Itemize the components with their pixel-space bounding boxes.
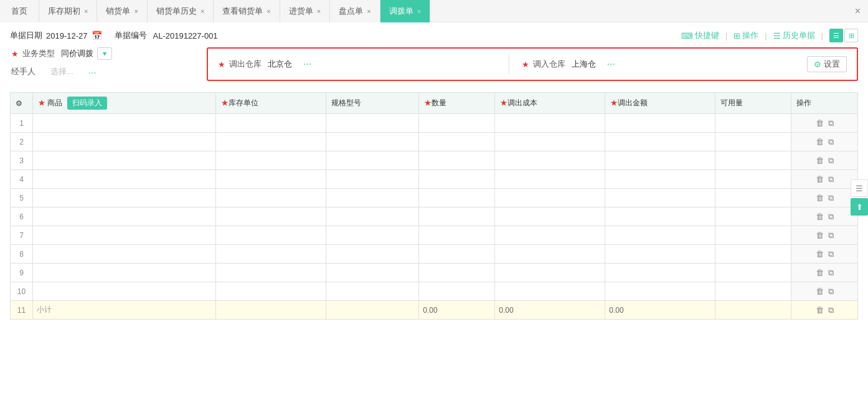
close-tab-inventory-init[interactable]: ×: [84, 7, 88, 15]
tab-sales-history[interactable]: 销货单历史 ×: [148, 0, 214, 22]
close-tab-inventory-check[interactable]: ×: [367, 7, 370, 15]
cell-spec[interactable]: [326, 170, 419, 189]
cell-spec[interactable]: [326, 189, 419, 207]
cell-unit[interactable]: [215, 207, 326, 226]
history-btn[interactable]: ☰ 历史单据: [773, 30, 815, 41]
copy-icon[interactable]: ⧉: [828, 174, 834, 184]
delete-icon[interactable]: 🗑: [816, 305, 824, 315]
cell-goods[interactable]: [33, 133, 216, 151]
cell-unit[interactable]: [215, 114, 326, 133]
cell-goods[interactable]: [33, 207, 216, 226]
tab-home[interactable]: 首页: [0, 0, 39, 22]
cell-qty[interactable]: [419, 207, 495, 226]
in-warehouse-more[interactable]: ···: [607, 59, 615, 70]
cell-amount[interactable]: [605, 282, 715, 301]
tab-transfer[interactable]: 调拨单 ×: [380, 0, 430, 22]
cell-goods[interactable]: [33, 226, 216, 245]
calendar-icon[interactable]: 📅: [92, 31, 102, 40]
cell-goods[interactable]: [33, 264, 216, 282]
cell-spec[interactable]: [326, 133, 419, 151]
view-list-btn[interactable]: ☰: [829, 29, 843, 42]
cell-cost[interactable]: [495, 170, 605, 189]
cell-spec[interactable]: [326, 264, 419, 282]
tab-inventory-check[interactable]: 盘点单 ×: [330, 0, 380, 22]
cell-cost[interactable]: [495, 151, 605, 170]
cell-cost[interactable]: [495, 282, 605, 301]
cell-qty[interactable]: [419, 151, 495, 170]
cell-qty[interactable]: [419, 114, 495, 133]
copy-icon[interactable]: ⧉: [828, 231, 834, 240]
cell-unit[interactable]: [215, 133, 326, 151]
cell-cost[interactable]: [495, 114, 605, 133]
cell-amount[interactable]: [605, 245, 715, 264]
scan-btn[interactable]: 扫码录入: [67, 97, 107, 110]
close-tab-sales-history[interactable]: ×: [200, 7, 204, 15]
cell-goods[interactable]: [33, 189, 216, 207]
tab-purchase-order[interactable]: 进货单 ×: [280, 0, 330, 22]
cell-amount[interactable]: [605, 151, 715, 170]
biz-type-dropdown[interactable]: ▾: [97, 47, 112, 60]
col-gear[interactable]: ⚙: [11, 93, 33, 114]
cell-amount[interactable]: [605, 114, 715, 133]
cell-spec[interactable]: [326, 282, 419, 301]
close-tab-sales-order[interactable]: ×: [134, 7, 138, 15]
cell-goods[interactable]: [33, 114, 216, 133]
delete-icon[interactable]: 🗑: [816, 212, 824, 221]
settings-btn[interactable]: ⚙ 设置: [807, 56, 847, 72]
shortcuts-btn[interactable]: ⌨ 快捷键: [681, 30, 719, 41]
cell-cost[interactable]: [495, 207, 605, 226]
operations-btn[interactable]: ⊞ 操作: [734, 30, 758, 41]
cell-goods[interactable]: [33, 245, 216, 264]
cell-qty[interactable]: [419, 264, 495, 282]
cell-qty[interactable]: [419, 245, 495, 264]
cell-goods[interactable]: [33, 282, 216, 301]
delete-icon[interactable]: 🗑: [816, 231, 824, 240]
cell-goods[interactable]: [33, 151, 216, 170]
close-tab-purchase-order[interactable]: ×: [317, 7, 321, 15]
cell-qty[interactable]: [419, 189, 495, 207]
delete-icon[interactable]: 🗑: [816, 156, 824, 165]
copy-icon[interactable]: ⧉: [828, 193, 834, 203]
delete-icon[interactable]: 🗑: [816, 249, 824, 259]
copy-icon[interactable]: ⧉: [828, 137, 834, 147]
copy-icon[interactable]: ⧉: [828, 118, 834, 128]
delete-icon[interactable]: 🗑: [816, 174, 824, 184]
cell-unit[interactable]: [215, 282, 326, 301]
cell-qty[interactable]: [419, 226, 495, 245]
cell-spec[interactable]: [326, 207, 419, 226]
copy-icon[interactable]: ⧉: [828, 212, 834, 222]
cell-amount[interactable]: [605, 226, 715, 245]
handler-more-icon[interactable]: ···: [88, 67, 97, 77]
cell-spec[interactable]: [326, 114, 419, 133]
delete-icon[interactable]: 🗑: [816, 193, 824, 202]
cell-cost[interactable]: [495, 189, 605, 207]
out-warehouse-more[interactable]: ···: [303, 59, 311, 70]
copy-icon[interactable]: ⧉: [828, 249, 834, 259]
cell-unit[interactable]: [215, 189, 326, 207]
cell-amount[interactable]: [605, 133, 715, 151]
cell-unit[interactable]: [215, 151, 326, 170]
float-export-btn[interactable]: ⬆: [851, 198, 868, 216]
cell-amount[interactable]: [605, 264, 715, 282]
cell-spec[interactable]: [326, 245, 419, 264]
tab-view-sales[interactable]: 查看销货单 ×: [214, 0, 280, 22]
cell-goods[interactable]: [33, 170, 216, 189]
close-all-tabs[interactable]: ×: [847, 0, 868, 22]
cell-qty[interactable]: [419, 282, 495, 301]
cell-cost[interactable]: [495, 245, 605, 264]
cell-cost[interactable]: [495, 133, 605, 151]
copy-icon[interactable]: ⧉: [828, 156, 834, 166]
handler-input[interactable]: 选择...: [50, 66, 73, 77]
cell-spec[interactable]: [326, 226, 419, 245]
cell-qty[interactable]: [419, 170, 495, 189]
close-tab-transfer[interactable]: ×: [417, 7, 421, 15]
close-tab-view-sales[interactable]: ×: [267, 7, 270, 15]
cell-spec[interactable]: [326, 151, 419, 170]
delete-icon[interactable]: 🗑: [816, 118, 824, 128]
cell-unit[interactable]: [215, 245, 326, 264]
copy-icon[interactable]: ⧉: [828, 268, 834, 278]
cell-cost[interactable]: [495, 264, 605, 282]
tab-inventory-init[interactable]: 库存期初 ×: [39, 0, 97, 22]
cell-unit[interactable]: [215, 170, 326, 189]
cell-qty[interactable]: [419, 133, 495, 151]
